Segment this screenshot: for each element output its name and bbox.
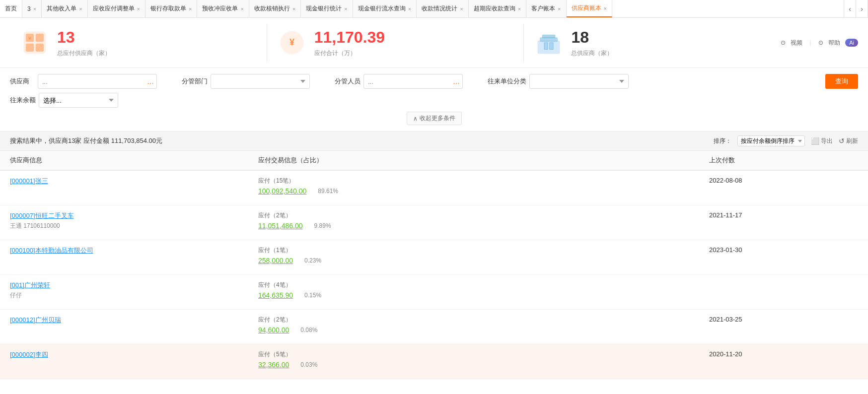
refresh-button[interactable]: ↺ 刷新 xyxy=(839,137,858,145)
nav-overdue-query[interactable]: 超期应收款查询 × xyxy=(469,0,526,17)
close-icon[interactable]: × xyxy=(292,6,295,12)
supplier-link[interactable]: [000001]张三 xyxy=(10,177,258,186)
stat-total-suppliers-info: 18 总供应商（家） xyxy=(571,28,771,57)
transaction-percent: 89.61% xyxy=(318,188,338,195)
supplier-link[interactable]: [001]广州荣轩 xyxy=(10,281,258,290)
nav-next-arrow[interactable]: › xyxy=(856,0,868,18)
transaction-amount[interactable]: 258,000.00 xyxy=(258,257,293,264)
query-button[interactable]: 查询 xyxy=(825,74,858,89)
category-select[interactable] xyxy=(529,74,629,89)
close-icon[interactable]: × xyxy=(137,6,140,12)
supplier-filter-label: 供应商 xyxy=(10,77,35,86)
transaction-amount[interactable]: 164,635.90 xyxy=(258,291,293,299)
export-label: 导出 xyxy=(821,137,833,145)
stat-ap-total-label: 应付合计（万） xyxy=(314,49,514,58)
nav-bank-deposit-label: 银行存取款单 xyxy=(150,4,186,13)
balance-select[interactable]: 选择... xyxy=(39,93,118,108)
nav-cash-bank-flow[interactable]: 现金银行流水查询 × xyxy=(353,0,417,17)
supplier-link[interactable]: [000002]李四 xyxy=(10,350,258,359)
transaction-amount[interactable]: 100,092,540.00 xyxy=(258,187,306,195)
nav-tab1[interactable]: 3 × xyxy=(22,0,42,17)
transaction-amount[interactable]: 32,366.00 xyxy=(258,361,289,369)
transaction-amount[interactable]: 94,600.00 xyxy=(258,326,289,334)
sort-select[interactable]: 按应付余额倒序排序 xyxy=(737,135,805,146)
nav-home-label: 首页 xyxy=(5,4,17,13)
close-icon[interactable]: × xyxy=(604,5,607,11)
table-header: 供应商信息 应付交易信息（占比） 上次付数 xyxy=(0,151,868,171)
close-icon[interactable]: × xyxy=(189,6,192,12)
supplier-cell: [000100]本特勤油品有限公司 xyxy=(10,246,258,255)
person-input[interactable] xyxy=(363,74,463,89)
transaction-row: 100,092,540.00 89.61% xyxy=(258,187,709,195)
balance-filter-label: 往来余额 xyxy=(10,96,36,105)
transaction-cell: 应付（2笔） 94,600.00 0.08% xyxy=(258,316,709,334)
svg-text:¥: ¥ xyxy=(28,35,31,41)
supplier-input[interactable] xyxy=(38,74,157,89)
nav-collection-verify[interactable]: 收款核销执行 × xyxy=(249,0,301,17)
category-filter-label: 往来单位分类 xyxy=(488,77,526,86)
table-row: [000002]李四 应付（5笔） 32,366.00 0.03% 2020-1… xyxy=(0,344,868,379)
transaction-percent: 0.03% xyxy=(300,361,317,368)
nav-advance-collection-label: 预收冲应收单 xyxy=(202,4,238,13)
nav-cash-bank-stats-label: 现金银行统计 xyxy=(306,4,342,13)
nav-advance-collection[interactable]: 预收冲应收单 × xyxy=(197,0,249,17)
dept-filter-label: 分管部门 xyxy=(182,77,208,86)
help-link[interactable]: 帮助 xyxy=(828,39,840,47)
close-icon[interactable]: × xyxy=(518,6,521,12)
close-icon[interactable]: × xyxy=(558,6,561,12)
supplier-cell: [000007]恒旺二手叉车 王通 17106110000 xyxy=(10,211,258,230)
stat-total-suppliers: 18 总供应商（家） xyxy=(524,24,781,62)
nav-ap-adjust[interactable]: 应收应付调整单 × xyxy=(88,0,145,17)
svg-rect-11 xyxy=(544,43,548,50)
nav-supplier-account[interactable]: 供应商账本 × xyxy=(567,0,612,17)
ai-button[interactable]: Ai xyxy=(845,39,858,47)
header-right-actions: ⊙ 视频 ｜ ⊙ 帮助 Ai xyxy=(781,39,858,47)
video-link[interactable]: 视频 xyxy=(791,39,802,47)
last-payment-cell: 2020-11-20 xyxy=(709,350,858,358)
nav-cash-bank-stats[interactable]: 现金银行统计 × xyxy=(301,0,353,17)
transaction-info: 应付（15笔） 100,092,540.00 89.61% xyxy=(258,177,709,195)
nav-collection-verify-label: 收款核销执行 xyxy=(254,4,290,13)
nav-home[interactable]: 首页 xyxy=(0,0,22,17)
nav-collection-stats[interactable]: 收款情况统计 × xyxy=(417,0,468,17)
nav-prev-arrow[interactable]: ‹ xyxy=(844,0,856,18)
close-icon[interactable]: × xyxy=(460,6,463,12)
supplier-sub: 王通 17106110000 xyxy=(10,222,258,230)
col-header-supplier: 供应商信息 xyxy=(10,156,258,165)
close-icon[interactable]: × xyxy=(79,6,82,12)
supplier-picker-icon[interactable]: … xyxy=(147,77,154,85)
close-icon[interactable]: × xyxy=(408,6,411,12)
close-icon[interactable]: × xyxy=(344,6,347,12)
help-icon: ⊙ xyxy=(818,39,823,46)
supplier-link[interactable]: [000100]本特勤油品有限公司 xyxy=(10,246,258,255)
total-supplier-icon xyxy=(534,28,564,58)
svg-text:¥: ¥ xyxy=(289,37,294,47)
supplier-cell: [000012]广州贝瑞 xyxy=(10,316,258,325)
svg-rect-8 xyxy=(538,41,560,54)
col-header-transaction: 应付交易信息（占比） xyxy=(258,156,709,165)
results-actions: 排序： 按应付余额倒序排序 ⬜ 导出 ↺ 刷新 xyxy=(714,135,858,146)
stats-header: ¥ 13 总应付供应商（家） ¥ 11,170.39 应付合计（万） xyxy=(0,18,868,68)
person-picker-icon[interactable]: … xyxy=(453,77,460,85)
nav-customer-account[interactable]: 客户账本 × xyxy=(526,0,566,17)
collapse-button[interactable]: ∧ 收起更多条件 xyxy=(407,112,462,125)
transaction-row: 11,051,486.00 9.89% xyxy=(258,222,709,230)
tx-label: 应付（2笔） xyxy=(258,211,709,220)
export-button[interactable]: ⬜ 导出 xyxy=(811,137,833,145)
nav-other-income-label: 其他收入单 xyxy=(47,4,76,13)
nav-bank-deposit[interactable]: 银行存取款单 × xyxy=(145,0,197,17)
last-payment-cell: 2023-01-30 xyxy=(709,246,858,254)
ap-supplier-icon: ¥ xyxy=(20,28,50,58)
transaction-amount[interactable]: 11,051,486.00 xyxy=(258,222,303,230)
transaction-percent: 0.08% xyxy=(300,327,317,333)
dept-select[interactable] xyxy=(211,74,310,89)
sort-label: 排序： xyxy=(714,137,731,145)
close-icon[interactable]: × xyxy=(240,6,243,12)
supplier-link[interactable]: [000012]广州贝瑞 xyxy=(10,316,258,325)
filter-dept: 分管部门 xyxy=(182,74,310,89)
nav-other-income[interactable]: 其他收入单 × xyxy=(42,0,87,17)
svg-rect-3 xyxy=(26,44,34,52)
supplier-link[interactable]: [000007]恒旺二手叉车 xyxy=(10,211,258,220)
close-icon[interactable]: × xyxy=(33,6,36,12)
transaction-info: 应付（5笔） 32,366.00 0.03% xyxy=(258,350,709,369)
